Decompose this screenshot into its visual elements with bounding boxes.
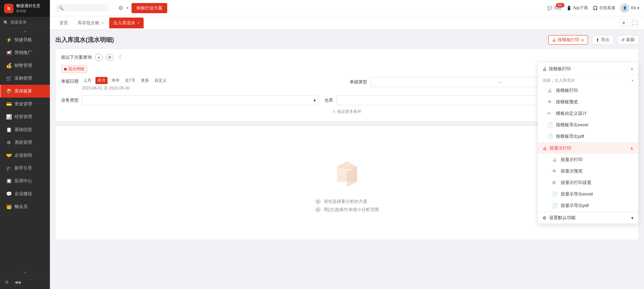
panel-item-display-print[interactable]: 🖨 按显示打印 xyxy=(538,154,638,165)
purchase-label: 采购管理 xyxy=(14,75,32,81)
industry-btn[interactable]: 体验行业方案 xyxy=(131,3,167,13)
panel-item-display-excel[interactable]: 📄 按显示导出excel xyxy=(538,188,638,200)
sidebar-settings-btn[interactable]: ⚙ xyxy=(3,279,10,286)
app-download-btn[interactable]: 📱 App下载 xyxy=(566,5,588,11)
basic-label: 基础信息 xyxy=(14,127,32,133)
service-icon: 🎧 xyxy=(593,6,598,10)
dropdown-panel-header: 🖨 按模板打印 ∧ xyxy=(538,62,638,76)
date-tab-more[interactable]: 更多 xyxy=(140,77,150,84)
filter-add-btn[interactable]: + xyxy=(95,54,103,61)
search-menu-item[interactable]: 🔍 搜索菜单 xyxy=(0,17,50,28)
template-excel-icon: 📄 xyxy=(547,122,553,128)
tip-1-text: 请先选择要分析的方案 xyxy=(324,199,368,205)
sales-icon: 💰 xyxy=(6,63,12,68)
member-label: 畅会员 xyxy=(14,204,28,210)
print-expand-icon: ∧ xyxy=(581,37,584,43)
tip-2-num: ② xyxy=(315,207,321,213)
panel-item-template-custom[interactable]: ✏ 模板自定义设计 xyxy=(538,108,638,119)
message-btn[interactable]: 💬 消息 99+ xyxy=(547,5,562,11)
scroll-up-btn[interactable]: ▲ xyxy=(0,28,50,33)
panel-item-display-preview[interactable]: 👁 按显示预览 xyxy=(538,165,638,177)
panel-item-display-print-settings[interactable]: ⚙ 按显示打印设置 xyxy=(538,177,638,188)
tab-flow-label: 出入库流水 xyxy=(113,20,135,26)
print-icon: 🖨 xyxy=(552,37,556,43)
date-tab-current-month[interactable]: 本月 xyxy=(95,77,108,84)
tab-batch-account[interactable]: 库存批次账 × xyxy=(74,18,108,28)
user-avatar-area[interactable]: 👤 Rit ▾ xyxy=(620,3,639,13)
message-icon: 💬 xyxy=(547,6,552,10)
doc-type-more[interactable]: ··· xyxy=(499,80,502,85)
tab-home[interactable]: 首页 xyxy=(55,18,72,28)
date-tab-current-year[interactable]: 本年 xyxy=(110,77,121,84)
panel-collapse-icon[interactable]: ∧ xyxy=(631,67,634,71)
filter-tag[interactable]: 流水明细 xyxy=(61,65,87,73)
sidebar-collapse-btn[interactable]: ◀◀ xyxy=(14,279,21,286)
user-avatar: 👤 xyxy=(620,3,630,13)
sidebar-item-quick-nav[interactable]: ⚡ 快捷导航 xyxy=(0,33,50,46)
user-label: Rit xyxy=(631,6,636,10)
sidebar-item-sales[interactable]: 💰 销售管理 xyxy=(0,59,50,72)
template-custom-icon: ✏ xyxy=(547,111,553,116)
display-section-expand[interactable]: ∧ xyxy=(630,146,634,151)
sidebar-item-system[interactable]: ⚙ 系统管理 xyxy=(0,136,50,149)
panel-item-template-pdf[interactable]: 📄 按模板导出pdf xyxy=(538,131,638,142)
sidebar-item-marketing[interactable]: 📢 营销推广 xyxy=(0,46,50,59)
date-filter-group: 单据日期 上月 本月 本年 近7天 更多 自定义 2023-06-01 至 20… xyxy=(61,77,344,91)
tab-flow-close[interactable]: × xyxy=(137,21,140,25)
default-function-expand[interactable]: ▾ xyxy=(631,215,634,220)
operations-icon: 📊 xyxy=(6,114,12,120)
display-section-header[interactable]: 🖨 按显示打印 ∧ xyxy=(538,142,638,154)
template-preview-label: 按模板预览 xyxy=(556,99,578,105)
display-preview-label: 按显示预览 xyxy=(561,168,583,174)
date-tab-custom[interactable]: 自定义 xyxy=(153,77,168,84)
gear-settings-icon[interactable]: ⚙ xyxy=(118,5,123,11)
tab-close-all-btn[interactable]: ✕ xyxy=(620,19,628,27)
default-function-icon: ⚙ xyxy=(543,215,547,220)
export-label: 导出 xyxy=(601,37,610,43)
panel-item-template-print[interactable]: 🖨 按模板打印 xyxy=(538,85,638,96)
scroll-down-btn[interactable]: ▼ xyxy=(0,270,50,275)
biz-type-select[interactable]: ▾ xyxy=(82,95,319,105)
sidebar-item-purchase[interactable]: 🛒 采购管理 xyxy=(0,72,50,85)
default-function-item[interactable]: ⚙ 设置默认功能 ▾ xyxy=(538,212,638,224)
sidebar-item-operations[interactable]: 📊 经营管理 xyxy=(0,110,50,123)
quick-nav-label: 快捷导航 xyxy=(14,37,32,43)
date-tab-last-month[interactable]: 上月 xyxy=(82,77,93,84)
sidebar-item-member[interactable]: 👑 畅会员 xyxy=(0,200,50,213)
sidebar-item-enterprise[interactable]: 🤝 企业协同 xyxy=(0,149,50,162)
sidebar-item-finance[interactable]: 💳 资金管理 xyxy=(0,98,50,110)
sidebar-item-wechat[interactable]: 💬 企业微信 xyxy=(0,187,50,200)
date-tabs: 上月 本月 本年 近7天 更多 自定义 xyxy=(82,77,168,84)
search-menu-label: 搜索菜单 xyxy=(10,20,27,25)
filter-settings-btn[interactable]: ⚙ xyxy=(106,54,113,61)
refresh-btn[interactable]: ↺ 刷新 xyxy=(617,35,639,45)
header-dropdown-arrow[interactable]: ▾ xyxy=(126,6,128,10)
panel-item-template-preview[interactable]: 👁 按模板预览 xyxy=(538,96,638,108)
sidebar-item-inventory[interactable]: 📦 库存核算 xyxy=(0,85,50,98)
guide-icon: 🎓 xyxy=(6,165,12,171)
sidebar-item-guide[interactable]: 🎓 新手引导 xyxy=(0,162,50,175)
search-icon: 🔍 xyxy=(3,20,8,25)
divider xyxy=(113,4,114,12)
panel-item-template-excel[interactable]: 📄 按模板导出excel xyxy=(538,119,638,131)
date-range-display: 2023-06-01 至 2023-06-30 xyxy=(82,85,168,91)
page-actions: 🖨 按模板打印 ∧ ⬆ 导出 ↺ 刷新 xyxy=(548,35,639,45)
date-tab-last-7-days[interactable]: 近7天 xyxy=(124,77,137,84)
service-btn[interactable]: 🎧 在线客服 xyxy=(593,5,615,11)
display-excel-icon: 📄 xyxy=(552,191,557,197)
sidebar-nav: ⚡ 快捷导航 📢 营销推广 💰 销售管理 🛒 采购管理 📦 库存核算 💳 资金管… xyxy=(0,33,50,270)
display-section-title-area: 🖨 按显示打印 xyxy=(543,145,572,151)
logo-text-area: 畅捷通好生意 标准版 xyxy=(16,3,40,14)
tab-fullscreen-btn[interactable]: ⛶ xyxy=(631,19,639,27)
current-expand-icon[interactable]: ▾ xyxy=(632,78,634,83)
header-search[interactable]: 🔍 xyxy=(55,4,109,12)
export-btn[interactable]: ⬆ 导出 xyxy=(592,35,613,45)
tab-flow[interactable]: 出入库流水 × xyxy=(109,18,144,28)
panel-item-display-pdf[interactable]: 📄 按显示导出pdf xyxy=(538,200,638,211)
filter-collapse-btn[interactable]: 《 xyxy=(117,54,121,60)
sidebar-item-app-center[interactable]: 🔲 应用中心 xyxy=(0,175,50,187)
tab-batch-account-close[interactable]: × xyxy=(101,21,104,25)
print-template-btn[interactable]: 🖨 按模板打印 ∧ xyxy=(548,35,588,45)
sidebar-item-basic[interactable]: 📋 基础信息 xyxy=(0,123,50,136)
display-section-icon: 🖨 xyxy=(543,146,547,151)
